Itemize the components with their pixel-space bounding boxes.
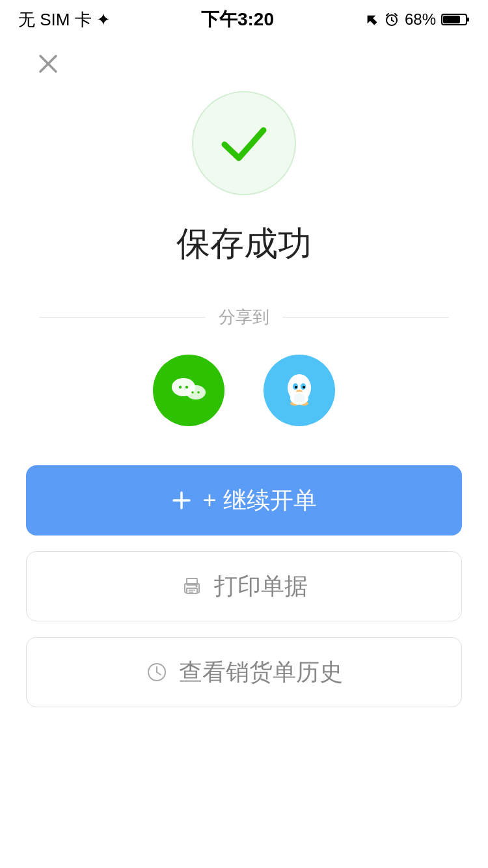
qq-icon xyxy=(277,368,321,413)
close-button[interactable] xyxy=(31,47,65,81)
svg-point-13 xyxy=(185,386,188,388)
history-button-label: 查看销货单历史 xyxy=(179,657,343,688)
success-icon-circle xyxy=(192,91,296,195)
svg-point-20 xyxy=(295,386,297,388)
battery-percentage: 68% xyxy=(405,10,436,29)
print-button[interactable]: 打印单据 xyxy=(26,551,462,621)
print-button-label: 打印单据 xyxy=(214,571,308,603)
sim-label: 无 SIM 卡 ✦ xyxy=(18,8,111,31)
share-divider-left xyxy=(39,317,206,318)
location-icon xyxy=(364,12,379,27)
wechat-share-button[interactable] xyxy=(153,355,224,426)
svg-point-12 xyxy=(179,386,182,388)
battery-icon xyxy=(441,12,470,27)
plus-icon xyxy=(171,490,192,511)
status-left: 无 SIM 卡 ✦ xyxy=(18,8,111,31)
printer-icon xyxy=(180,575,204,598)
checkmark-icon xyxy=(215,114,273,172)
close-icon xyxy=(36,52,60,75)
share-icons-row xyxy=(153,355,335,426)
action-buttons: + 继续开单 打印单据 查看销货单历史 xyxy=(0,465,488,707)
main-content: 保存成功 分享到 xyxy=(0,39,488,707)
clock-icon xyxy=(145,660,169,684)
continue-button[interactable]: + 继续开单 xyxy=(26,465,462,536)
svg-rect-7 xyxy=(443,16,460,23)
success-title: 保存成功 xyxy=(176,221,312,267)
qq-share-button[interactable] xyxy=(264,355,335,426)
status-time: 下午3:20 xyxy=(201,7,274,32)
share-section: 分享到 xyxy=(0,306,488,426)
share-label: 分享到 xyxy=(206,306,282,329)
alarm-icon xyxy=(384,12,400,27)
svg-line-3 xyxy=(386,14,388,16)
wechat-icon xyxy=(166,368,211,413)
status-bar: 无 SIM 卡 ✦ 下午3:20 68% xyxy=(0,0,488,39)
svg-point-11 xyxy=(186,385,206,400)
svg-point-21 xyxy=(303,386,305,388)
svg-rect-6 xyxy=(467,18,469,21)
svg-line-2 xyxy=(392,20,394,21)
svg-line-37 xyxy=(157,672,161,675)
continue-button-label: + 继续开单 xyxy=(202,485,316,517)
history-button[interactable]: 查看销货单历史 xyxy=(26,637,462,707)
svg-point-34 xyxy=(196,586,198,588)
svg-point-26 xyxy=(293,394,305,403)
svg-point-15 xyxy=(197,391,200,394)
svg-line-4 xyxy=(395,14,397,16)
share-divider-row: 分享到 xyxy=(0,306,488,329)
svg-rect-31 xyxy=(187,588,197,593)
status-right: 68% xyxy=(364,10,470,29)
svg-point-14 xyxy=(191,391,194,394)
share-divider-right xyxy=(282,317,449,318)
